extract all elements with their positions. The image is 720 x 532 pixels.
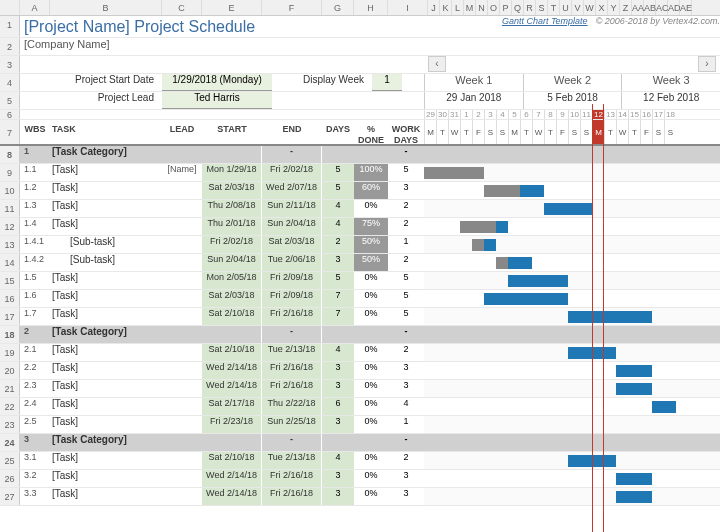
- wbs-cell[interactable]: 1.4: [20, 218, 50, 235]
- project-lead-value[interactable]: Ted Harris: [162, 92, 272, 109]
- lead-cell[interactable]: [162, 272, 202, 289]
- workdays-cell[interactable]: -: [388, 146, 424, 163]
- pct-cell[interactable]: 0%: [354, 200, 388, 217]
- wbs-cell[interactable]: 2.3: [20, 380, 50, 397]
- days-cell[interactable]: [322, 434, 354, 451]
- end-cell[interactable]: Tue 2/13/18: [262, 344, 322, 361]
- col-header[interactable]: AA: [632, 0, 644, 15]
- end-cell[interactable]: -: [262, 146, 322, 163]
- col-header[interactable]: N: [476, 0, 488, 15]
- days-cell[interactable]: 4: [322, 344, 354, 361]
- col-header[interactable]: J: [428, 0, 440, 15]
- days-cell[interactable]: 3: [322, 362, 354, 379]
- task-cell[interactable]: [Task]: [50, 452, 162, 469]
- workdays-cell[interactable]: 2: [388, 452, 424, 469]
- end-cell[interactable]: Wed 2/07/18: [262, 182, 322, 199]
- lead-cell[interactable]: [162, 416, 202, 433]
- workdays-cell[interactable]: -: [388, 434, 424, 451]
- col-header[interactable]: P: [500, 0, 512, 15]
- col-header[interactable]: Q: [512, 0, 524, 15]
- pct-cell[interactable]: [354, 146, 388, 163]
- col-header[interactable]: R: [524, 0, 536, 15]
- wbs-cell[interactable]: 2.1: [20, 344, 50, 361]
- task-cell[interactable]: [Sub-task]: [50, 236, 162, 253]
- workdays-cell[interactable]: 2: [388, 254, 424, 271]
- pct-cell[interactable]: 0%: [354, 488, 388, 505]
- end-cell[interactable]: Fri 2/09/18: [262, 290, 322, 307]
- wbs-cell[interactable]: 2.5: [20, 416, 50, 433]
- start-cell[interactable]: Sun 2/04/18: [202, 254, 262, 271]
- lead-cell[interactable]: [162, 488, 202, 505]
- col-header[interactable]: U: [560, 0, 572, 15]
- start-cell[interactable]: Mon 2/05/18: [202, 272, 262, 289]
- workdays-cell[interactable]: 5: [388, 308, 424, 325]
- wbs-cell[interactable]: 3: [20, 434, 50, 451]
- lead-cell[interactable]: [162, 362, 202, 379]
- workdays-cell[interactable]: 1: [388, 236, 424, 253]
- start-cell[interactable]: Wed 2/14/18: [202, 470, 262, 487]
- start-cell[interactable]: Fri 2/02/18: [202, 236, 262, 253]
- col-header[interactable]: I: [388, 0, 428, 15]
- lead-cell[interactable]: [162, 308, 202, 325]
- task-cell[interactable]: [Task]: [50, 380, 162, 397]
- workdays-cell[interactable]: 3: [388, 362, 424, 379]
- col-header[interactable]: S: [536, 0, 548, 15]
- days-cell[interactable]: 3: [322, 416, 354, 433]
- workdays-cell[interactable]: 3: [388, 182, 424, 199]
- wbs-cell[interactable]: 2.2: [20, 362, 50, 379]
- pct-cell[interactable]: 0%: [354, 362, 388, 379]
- task-cell[interactable]: [Task Category]: [50, 326, 162, 343]
- wbs-cell[interactable]: 3.3: [20, 488, 50, 505]
- start-cell[interactable]: Sat 2/10/18: [202, 344, 262, 361]
- pct-cell[interactable]: 0%: [354, 398, 388, 415]
- end-cell[interactable]: Sat 2/03/18: [262, 236, 322, 253]
- days-cell[interactable]: 5: [322, 182, 354, 199]
- end-cell[interactable]: Fri 2/09/18: [262, 272, 322, 289]
- end-cell[interactable]: Fri 2/16/18: [262, 488, 322, 505]
- col-header[interactable]: E: [202, 0, 262, 15]
- lead-cell[interactable]: [162, 380, 202, 397]
- days-cell[interactable]: [322, 146, 354, 163]
- task-cell[interactable]: [Sub-task]: [50, 254, 162, 271]
- col-header[interactable]: H: [354, 0, 388, 15]
- col-header[interactable]: K: [440, 0, 452, 15]
- pct-cell[interactable]: 0%: [354, 470, 388, 487]
- start-cell[interactable]: [202, 146, 262, 163]
- days-cell[interactable]: 3: [322, 470, 354, 487]
- pct-cell[interactable]: [354, 326, 388, 343]
- pct-cell[interactable]: 100%: [354, 164, 388, 181]
- pct-cell[interactable]: [354, 434, 388, 451]
- col-header[interactable]: A: [20, 0, 50, 15]
- wbs-cell[interactable]: 1.3: [20, 200, 50, 217]
- col-header[interactable]: Z: [620, 0, 632, 15]
- end-cell[interactable]: Fri 2/02/18: [262, 164, 322, 181]
- task-cell[interactable]: [Task Category]: [50, 434, 162, 451]
- start-cell[interactable]: Fri 2/23/18: [202, 416, 262, 433]
- end-cell[interactable]: Sun 2/04/18: [262, 218, 322, 235]
- start-cell[interactable]: Thu 2/08/18: [202, 200, 262, 217]
- col-header[interactable]: AC: [656, 0, 668, 15]
- end-cell[interactable]: Sun 2/11/18: [262, 200, 322, 217]
- pct-cell[interactable]: 75%: [354, 218, 388, 235]
- start-cell[interactable]: [202, 434, 262, 451]
- lead-cell[interactable]: [162, 200, 202, 217]
- workdays-cell[interactable]: 3: [388, 470, 424, 487]
- lead-cell[interactable]: [162, 398, 202, 415]
- workdays-cell[interactable]: 2: [388, 200, 424, 217]
- col-header[interactable]: T: [548, 0, 560, 15]
- lead-cell[interactable]: [162, 254, 202, 271]
- wbs-cell[interactable]: 1.5: [20, 272, 50, 289]
- col-header[interactable]: AB: [644, 0, 656, 15]
- end-cell[interactable]: -: [262, 434, 322, 451]
- col-header[interactable]: Y: [608, 0, 620, 15]
- start-cell[interactable]: Mon 1/29/18: [202, 164, 262, 181]
- task-cell[interactable]: [Task]: [50, 272, 162, 289]
- days-cell[interactable]: 3: [322, 254, 354, 271]
- col-header[interactable]: L: [452, 0, 464, 15]
- task-cell[interactable]: [Task]: [50, 308, 162, 325]
- end-cell[interactable]: Tue 2/06/18: [262, 254, 322, 271]
- wbs-cell[interactable]: 1.7: [20, 308, 50, 325]
- workdays-cell[interactable]: 5: [388, 290, 424, 307]
- col-header[interactable]: O: [488, 0, 500, 15]
- lead-cell[interactable]: [162, 290, 202, 307]
